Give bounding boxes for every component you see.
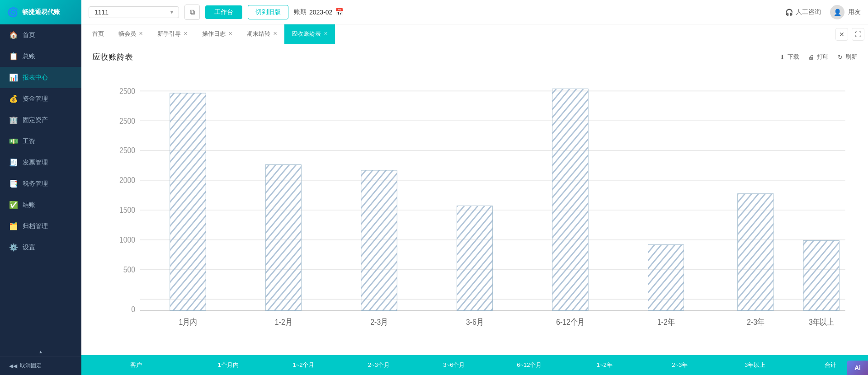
chart-area: 2500 2500 2500 2000 1500 1000 500 0 <box>81 68 868 355</box>
table-header-2: 1~2个月 <box>266 361 341 369</box>
sidebar-item-archive[interactable]: 🗂️ 归档管理 <box>0 216 81 237</box>
workbench-button[interactable]: 工作台 <box>205 5 242 19</box>
logo-text: 畅捷通易代账 <box>22 8 60 16</box>
svg-rect-20 <box>265 164 301 310</box>
sidebar-item-label: 发票管理 <box>23 159 48 167</box>
sidebar-item-salary[interactable]: 💵 工资 <box>0 131 81 152</box>
page-header: 应收账龄表 ⬇ 下载 🖨 打印 ↻ 刷新 <box>81 44 868 68</box>
sidebar-item-funds[interactable]: 💰 资金管理 <box>0 88 81 109</box>
tab-close-icon[interactable]: ✕ <box>273 31 277 37</box>
company-selector[interactable]: 1111 ▾ <box>89 6 179 18</box>
funds-icon: 💰 <box>9 94 18 103</box>
sidebar-item-label: 总账 <box>23 52 35 61</box>
tab-close-icon[interactable]: ✕ <box>324 31 328 37</box>
refresh-icon: ↻ <box>838 54 843 61</box>
sidebar-item-label: 首页 <box>23 31 35 39</box>
maximize-button[interactable]: ⛶ <box>852 28 864 41</box>
tab-label: 新手引导 <box>157 30 181 38</box>
tab-label: 畅会员 <box>118 30 136 38</box>
tab-畅会员[interactable]: 畅会员✕ <box>111 24 150 44</box>
archive-icon: 🗂️ <box>9 222 18 230</box>
tab-label: 期末结转 <box>247 30 270 38</box>
sidebar-item-checkout[interactable]: ✅ 结账 <box>0 194 81 216</box>
ai-badge[interactable]: Ai <box>847 361 868 375</box>
sidebar-item-label: 工资 <box>23 137 35 145</box>
table-header-6: 1~2年 <box>567 361 642 369</box>
svg-text:0: 0 <box>131 304 135 314</box>
calendar-icon[interactable]: 📅 <box>335 8 344 16</box>
reports-icon: 📊 <box>9 73 18 82</box>
chevron-down-icon: ▾ <box>170 9 173 15</box>
tax-icon: 📑 <box>9 179 18 188</box>
sidebar-item-label: 固定资产 <box>23 116 48 124</box>
cancel-pin-button[interactable]: ◀◀ 取消固定 <box>0 356 81 375</box>
tab-label: 操作日志 <box>202 30 226 38</box>
svg-text:6-12个月: 6-12个月 <box>556 317 585 327</box>
print-button[interactable]: 🖨 打印 <box>808 53 829 61</box>
headset-icon: 🎧 <box>785 9 793 16</box>
refresh-button[interactable]: ↻ 刷新 <box>838 53 857 61</box>
sidebar-item-reports[interactable]: 📊 报表中心 <box>0 67 81 88</box>
svg-text:2-3月: 2-3月 <box>370 317 387 327</box>
sidebar-item-assets[interactable]: 🏢 固定资产 <box>0 109 81 131</box>
sidebar: 🏠 首页 📋 总账 📊 报表中心 💰 资金管理 🏢 固定资产 💵 工资 🧾 发票… <box>0 24 81 375</box>
sidebar-item-label: 归档管理 <box>23 222 48 230</box>
svg-text:1-2月: 1-2月 <box>275 317 292 327</box>
salary-icon: 💵 <box>9 137 18 145</box>
tab-首页[interactable]: 首页 <box>85 24 111 44</box>
sidebar-item-ledger[interactable]: 📋 总账 <box>0 46 81 67</box>
svg-text:500: 500 <box>123 265 135 275</box>
period-area: 账期 2023-02 📅 <box>294 8 344 16</box>
svg-text:1000: 1000 <box>119 235 135 245</box>
pin-icon: ◀◀ <box>9 363 17 369</box>
download-label: 下载 <box>788 53 799 61</box>
svg-rect-30 <box>738 194 774 311</box>
avatar: 👤 <box>830 5 844 19</box>
close-tab-button[interactable]: ✕ <box>835 28 848 41</box>
tab-操作日志[interactable]: 操作日志✕ <box>195 24 240 44</box>
sidebar-item-settings[interactable]: ⚙️ 设置 <box>0 237 81 258</box>
tab-新手引导[interactable]: 新手引导✕ <box>150 24 195 44</box>
tab-bar: 首页畅会员✕新手引导✕操作日志✕期末结转✕应收账龄表✕ ✕ ⛶ <box>81 24 868 44</box>
download-button[interactable]: ⬇ 下载 <box>780 53 799 61</box>
sidebar-item-home[interactable]: 🏠 首页 <box>0 24 81 46</box>
page-title: 应收账龄表 <box>92 52 133 62</box>
user-area[interactable]: 👤 用友 <box>830 5 861 19</box>
home-icon: 🏠 <box>9 31 18 39</box>
user-icon: 👤 <box>834 9 841 16</box>
tab-close-icon[interactable]: ✕ <box>184 31 188 37</box>
svg-rect-28 <box>648 245 684 311</box>
svg-text:1-2年: 1-2年 <box>657 317 675 327</box>
ledger-icon: 📋 <box>9 52 18 61</box>
print-icon: 🖨 <box>808 54 814 61</box>
tab-close-icon[interactable]: ✕ <box>228 31 232 37</box>
table-header-4: 3~6个月 <box>416 361 491 369</box>
checkout-icon: ✅ <box>9 201 18 209</box>
period-label: 账期 <box>294 8 307 16</box>
service-button[interactable]: 🎧 人工咨询 <box>785 8 821 16</box>
settings-icon: ⚙️ <box>9 243 18 252</box>
svg-text:2500: 2500 <box>119 145 135 155</box>
copy-button[interactable]: ⧉ <box>184 5 200 20</box>
svg-rect-22 <box>361 170 397 311</box>
refresh-label: 刷新 <box>845 53 857 61</box>
table-header-8: 3年以上 <box>717 361 793 369</box>
table-header: 客户1个月内1~2个月2~3个月3~6个月6~12个月1~2年2~3年3年以上合… <box>81 355 868 375</box>
table-header-1: 1个月内 <box>191 361 266 369</box>
svg-text:2000: 2000 <box>119 175 135 185</box>
company-name: 1111 <box>94 9 168 16</box>
download-icon: ⬇ <box>780 54 785 61</box>
user-label: 用友 <box>848 8 861 16</box>
sidebar-item-invoice[interactable]: 🧾 发票管理 <box>0 152 81 173</box>
svg-text:2500: 2500 <box>119 116 135 126</box>
tab-应收账龄表[interactable]: 应收账龄表✕ <box>284 24 335 44</box>
print-label: 打印 <box>817 53 829 61</box>
sidebar-item-label: 报表中心 <box>23 74 48 82</box>
period-value: 2023-02 <box>309 9 332 16</box>
sidebar-item-tax[interactable]: 📑 税务管理 <box>0 173 81 194</box>
svg-text:2-3年: 2-3年 <box>747 317 764 327</box>
tab-期末结转[interactable]: 期末结转✕ <box>240 24 284 44</box>
switch-version-button[interactable]: 切到旧版 <box>248 5 288 19</box>
tab-close-icon[interactable]: ✕ <box>139 31 143 37</box>
svg-text:1月内: 1月内 <box>179 317 197 327</box>
